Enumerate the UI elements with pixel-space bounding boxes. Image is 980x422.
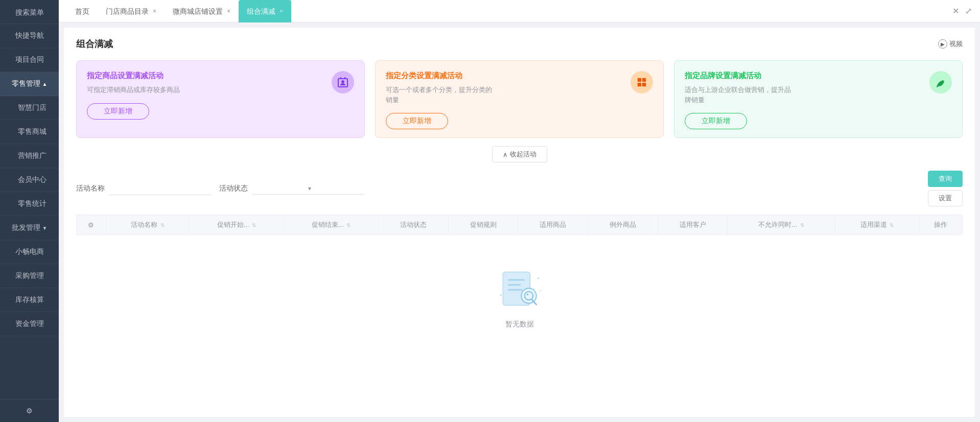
sidebar-item-label: 智慧门店 <box>18 103 46 112</box>
collapse-activity-button[interactable]: ∧ 收起活动 <box>492 146 547 162</box>
close-icon[interactable]: ✕ <box>952 6 959 16</box>
sidebar-item-label: 库存核算 <box>15 295 44 304</box>
col-promo-rule: 促销规则 <box>448 215 518 235</box>
category-discount-card-icon <box>631 71 653 93</box>
gear-icon: ⚙ <box>26 407 33 415</box>
sidebar-item-retail-stats[interactable]: 零售统计 <box>0 192 59 216</box>
sidebar-item-label: 零售商城 <box>18 127 46 136</box>
sidebar-item-quick-nav[interactable]: 快捷导航 <box>0 24 59 48</box>
tab-combo-discount-label: 组合满减 <box>247 0 275 22</box>
query-button[interactable]: 查询 <box>928 171 963 187</box>
sidebar-item-label: 零售管理 <box>12 79 40 88</box>
sidebar-item-retail-mgmt[interactable]: 零售管理 ▲ <box>0 72 59 96</box>
collapse-bar: ∧ 收起活动 <box>76 146 963 162</box>
svg-rect-3 <box>508 289 523 291</box>
sidebar: 搜索菜单 快捷导航 项目合同 零售管理 ▲ 智慧门店 零售商城 营销推广 会员中… <box>0 0 59 422</box>
tab-wechat-store[interactable]: 微商城店铺设置 × <box>165 0 239 22</box>
col-promo-start-label: 促销开始... <box>217 221 249 228</box>
category-discount-card-title: 指定分类设置满减活动 <box>386 71 653 81</box>
col-operation-label: 操作 <box>934 221 947 228</box>
sidebar-item-finance-mgmt[interactable]: 资金管理 <box>0 312 59 336</box>
tab-combo-discount-close-icon[interactable]: × <box>279 0 283 22</box>
tab-wechat-store-close-icon[interactable]: × <box>227 0 230 22</box>
activity-name-label: 活动名称 <box>76 184 105 193</box>
video-label: 视频 <box>949 39 963 49</box>
video-link[interactable]: ▶ 视频 <box>938 39 963 49</box>
col-settings[interactable]: ⚙ <box>77 215 106 235</box>
sidebar-item-project-contract[interactable]: 项目合同 <box>0 48 59 72</box>
svg-point-7 <box>526 294 528 295</box>
search-bar: 活动名称 活动状态 ▾ 查询 设置 <box>76 171 963 206</box>
tab-wechat-store-label: 微商城店铺设置 <box>173 0 223 22</box>
tab-home[interactable]: 首页 <box>67 0 98 22</box>
tab-store-catalog[interactable]: 门店商品目录 × <box>98 0 165 22</box>
brand-discount-card: 指定品牌设置满减活动 适合与上游企业联合做营销，提升品牌销量 立即新增 <box>674 60 963 138</box>
col-promo-end[interactable]: 促销结束... ⇅ <box>284 215 379 235</box>
cards-row: 指定商品设置满减活动 可指定滞销商品或库存较多商品 立即新增 指定分类设置满减活… <box>76 60 963 138</box>
col-promo-start[interactable]: 促销开始... ⇅ <box>190 215 284 235</box>
tab-bar: 首页 门店商品目录 × 微商城店铺设置 × 组合满减 × ✕ ⤢ <box>59 0 980 22</box>
sidebar-item-inventory-calc[interactable]: 库存核算 <box>0 288 59 312</box>
activity-status-field: 活动状态 ▾ <box>219 183 364 195</box>
svg-point-10 <box>540 290 541 291</box>
retail-mgmt-arrow-icon: ▲ <box>42 81 48 87</box>
col-applicable-channel[interactable]: 适用渠道 ⇅ <box>835 215 919 235</box>
svg-point-9 <box>500 294 501 296</box>
sidebar-item-label: 营销推广 <box>18 151 46 160</box>
col-applicable-customer-label: 适用客户 <box>680 221 706 228</box>
col-activity-status-label: 活动状态 <box>400 221 427 228</box>
sidebar-item-smart-store[interactable]: 智慧门店 <box>0 96 59 120</box>
category-discount-add-button[interactable]: 立即新增 <box>386 113 448 129</box>
col-not-concurrent-label: 不允许同时... <box>758 221 797 228</box>
category-discount-card-desc: 可选一个或者多个分类，提升分类的销量 <box>386 85 498 105</box>
sidebar-item-marketing[interactable]: 营销推广 <box>0 144 59 168</box>
maximize-icon[interactable]: ⤢ <box>965 6 972 16</box>
brand-discount-card-desc: 适合与上游企业联合做营销，提升品牌销量 <box>685 85 797 105</box>
col-applicable-channel-label: 适用渠道 <box>860 221 887 228</box>
tab-store-catalog-close-icon[interactable]: × <box>153 0 156 22</box>
data-table: ⚙ 活动名称 ⇅ 促销开始... ⇅ 促销结束... ⇅ <box>76 215 963 349</box>
sidebar-item-label: 采购管理 <box>15 271 44 280</box>
empty-state-icon <box>494 266 545 312</box>
window-controls: ✕ ⤢ <box>952 6 972 16</box>
page-content: 组合满减 ▶ 视频 指定商品设置满减活动 可指定滞销商品或库存较多商品 立即新增… <box>64 28 975 417</box>
product-discount-add-button[interactable]: 立即新增 <box>87 103 149 120</box>
sidebar-search[interactable]: 搜索菜单 <box>0 0 59 24</box>
sidebar-item-label: 零售统计 <box>18 199 46 208</box>
sidebar-item-xiochang-ecom[interactable]: 小畅电商 <box>0 240 59 264</box>
brand-discount-add-button[interactable]: 立即新增 <box>685 113 747 129</box>
col-promo-rule-label: 促销规则 <box>470 221 497 228</box>
empty-state-text: 暂无数据 <box>505 320 534 329</box>
sort-icon: ⇅ <box>800 222 804 228</box>
activity-name-field: 活动名称 <box>76 182 211 195</box>
empty-state: 暂无数据 <box>77 235 963 349</box>
col-not-concurrent[interactable]: 不允许同时... ⇅ <box>728 215 835 235</box>
sidebar-item-purchase-mgmt[interactable]: 采购管理 <box>0 264 59 288</box>
sidebar-item-wholesale-mgmt[interactable]: 批发管理 ▼ <box>0 216 59 240</box>
product-discount-card-desc: 可指定滞销商品或库存较多商品 <box>87 85 199 95</box>
col-activity-status: 活动状态 <box>379 215 449 235</box>
sidebar-item-member-center[interactable]: 会员中心 <box>0 168 59 192</box>
col-exception-goods-label: 例外商品 <box>610 221 636 228</box>
brand-discount-card-title: 指定品牌设置满减活动 <box>685 71 952 81</box>
settings-config-button[interactable]: 设置 <box>928 190 963 206</box>
col-exception-goods: 例外商品 <box>588 215 658 235</box>
collapse-icon: ∧ <box>503 151 508 158</box>
tab-combo-discount[interactable]: 组合满减 × <box>239 0 291 22</box>
svg-point-4 <box>521 288 536 303</box>
col-applicable-goods: 适用商品 <box>518 215 588 235</box>
activity-name-input[interactable] <box>109 182 211 195</box>
category-discount-card: 指定分类设置满减活动 可选一个或者多个分类，提升分类的销量 立即新增 <box>375 60 664 138</box>
col-activity-name[interactable]: 活动名称 ⇅ <box>106 215 190 235</box>
product-discount-card-icon <box>332 71 354 93</box>
sidebar-item-label: 会员中心 <box>18 175 46 184</box>
tab-store-catalog-label: 门店商品目录 <box>106 0 149 22</box>
tab-home-label: 首页 <box>75 0 89 22</box>
svg-rect-1 <box>508 279 525 280</box>
col-promo-end-label: 促销结束... <box>312 221 344 228</box>
activity-status-select[interactable]: ▾ <box>252 183 364 195</box>
settings-button[interactable]: ⚙ <box>0 399 59 422</box>
sidebar-item-label: 批发管理 <box>12 223 40 232</box>
sidebar-item-retail-mall[interactable]: 零售商城 <box>0 120 59 144</box>
svg-rect-2 <box>508 284 521 286</box>
